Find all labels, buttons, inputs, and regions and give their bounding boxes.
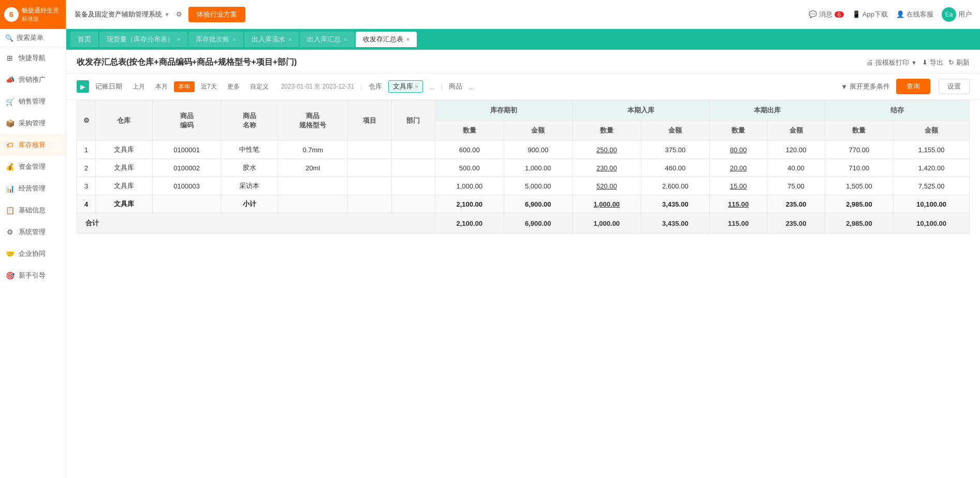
sidebar-label-operation: 经营管理: [19, 184, 46, 193]
date-btn-本年[interactable]: 本年: [174, 81, 195, 92]
settings-button[interactable]: 设置: [939, 79, 970, 94]
footer-bal-qty: 2,985.00: [825, 213, 894, 234]
sidebar-label-finance: 资金管理: [19, 162, 46, 171]
system-selector[interactable]: 装备及固定资产辅助管理系统 ▼: [75, 10, 170, 19]
filter-expand-button[interactable]: ▶: [77, 80, 89, 93]
guide-icon: 🎯: [5, 271, 14, 280]
query-button[interactable]: 查询: [896, 79, 930, 94]
goods-more[interactable]: ...: [469, 83, 474, 91]
tab-close-stock-dist[interactable]: ×: [177, 36, 180, 42]
tab-close-flow[interactable]: ×: [288, 36, 291, 42]
out-amt-header: 金额: [767, 121, 825, 141]
footer-in-qty: 1,000.00: [573, 213, 641, 234]
date-btn-本月[interactable]: 本月: [151, 81, 172, 92]
tab-recv-send[interactable]: 收发存汇总表×: [356, 32, 417, 47]
export-button[interactable]: ⬇ 导出: [922, 58, 943, 67]
tab-batch[interactable]: 库存批次账×: [188, 32, 243, 47]
online-service-action[interactable]: 👤 在线客服: [896, 10, 933, 19]
message-action[interactable]: 💬 消息 6: [809, 10, 844, 19]
row-out-amt: 40.00: [767, 159, 825, 177]
sidebar-item-marketing[interactable]: 📣营销推广: [0, 69, 66, 91]
settings-col-header[interactable]: ⚙: [77, 100, 96, 141]
warehouse-filter-label: 仓库: [369, 82, 382, 91]
tab-close-recv-send[interactable]: ×: [406, 36, 409, 42]
out-group-header: 本期出库: [710, 100, 825, 121]
sidebar-item-quick-nav[interactable]: ⊞快捷导航: [0, 47, 66, 69]
refresh-button[interactable]: ↻ 刷新: [948, 58, 970, 67]
sidebar-item-operation[interactable]: 📊经营管理: [0, 178, 66, 199]
row-in-qty[interactable]: 230.00: [573, 159, 641, 177]
table-container: ⚙ 仓库 商品编码 商品名称 商品规格型号 项目 部门 库存期初 本期入库 本期…: [66, 100, 980, 234]
user-icon: Ea: [942, 7, 956, 22]
warehouse-more[interactable]: ...: [429, 83, 435, 91]
code-col-header: 商品编码: [152, 100, 221, 141]
enterprise-icon: 🤝: [5, 249, 14, 258]
row-out-qty[interactable]: 80.00: [710, 141, 767, 159]
sidebar-nav: ⊞快捷导航📣营销推广🛒销售管理📦采购管理🏷库存核算💰资金管理📊经营管理📋基础信息…: [0, 47, 66, 286]
footer-open-qty: 2,100.00: [435, 213, 504, 234]
spec-col-header: 商品规格型号: [278, 100, 348, 141]
row-code: [152, 195, 221, 213]
sidebar-item-finance[interactable]: 💰资金管理: [0, 156, 66, 178]
sidebar-item-system[interactable]: ⚙系统管理: [0, 221, 66, 243]
settings-icon[interactable]: ⚙: [176, 10, 182, 18]
footer-out-amt: 235.00: [767, 213, 825, 234]
tab-label-stock-dist: 现货量（库存分布表）: [107, 35, 174, 44]
opening-amt-header: 金额: [504, 121, 573, 141]
sidebar-label-inventory: 库存核算: [19, 140, 46, 150]
page-actions: 🖨 按模板打印 ▼ ⬇ 导出 ↻ 刷新: [867, 58, 970, 67]
date-btn-近7天[interactable]: 近7天: [197, 81, 221, 92]
sidebar-item-inventory[interactable]: 🏷库存核算: [0, 134, 66, 156]
user-action[interactable]: Ea 用户: [942, 7, 972, 22]
sidebar-item-purchase[interactable]: 📦采购管理: [0, 112, 66, 134]
search-menu[interactable]: 🔍 搜索菜单: [0, 29, 66, 47]
tab-stock-dist[interactable]: 现货量（库存分布表）×: [99, 32, 187, 47]
row-open-qty: 1,000.00: [435, 177, 504, 195]
row-in-qty[interactable]: 520.00: [573, 177, 641, 195]
date-btn-更多[interactable]: 更多: [223, 81, 244, 92]
row-in-qty[interactable]: 1,000.00: [573, 195, 641, 213]
sidebar-item-enterprise[interactable]: 🤝企业协同: [0, 243, 66, 265]
print-button[interactable]: 🖨 按模板打印 ▼: [867, 58, 917, 67]
logo-icon: 6: [4, 7, 19, 22]
row-bal-amt: 10,100.00: [894, 195, 970, 213]
in-group-header: 本期入库: [573, 100, 710, 121]
date-btn-上月[interactable]: 上月: [128, 81, 149, 92]
row-out-qty[interactable]: 15.00: [710, 177, 767, 195]
row-no: 1: [77, 141, 96, 159]
tab-close-batch[interactable]: ×: [232, 36, 236, 42]
sidebar-item-basic[interactable]: 📋基础信息: [0, 199, 66, 221]
row-warehouse: 文具库: [96, 141, 153, 159]
phone-icon: 📱: [852, 10, 860, 18]
warehouse-tag-close[interactable]: ×: [415, 83, 418, 90]
row-open-amt: 900.00: [504, 141, 573, 159]
header-right: 💬 消息 6 📱 App下载 👤 在线客服 Ea 用户: [809, 7, 972, 22]
tab-close-summary[interactable]: ×: [344, 36, 347, 42]
row-bal-qty: 1,505.00: [825, 177, 894, 195]
warehouse-tag[interactable]: 文具库 ×: [388, 80, 423, 93]
trial-button[interactable]: 体验行业方案: [188, 7, 245, 22]
tab-label-home: 首页: [78, 35, 91, 44]
row-in-qty[interactable]: 250.00: [573, 141, 641, 159]
tab-summary[interactable]: 出入库汇总×: [300, 32, 354, 47]
row-no: 4: [77, 195, 96, 213]
row-code: 0100003: [152, 177, 221, 195]
row-open-amt: 6,900.00: [504, 195, 573, 213]
sidebar-item-sales[interactable]: 🛒销售管理: [0, 91, 66, 112]
date-filter-label: 记账日期: [95, 82, 122, 91]
refresh-icon: ↻: [948, 59, 954, 66]
row-warehouse: 文具库: [96, 159, 153, 177]
row-out-qty[interactable]: 20.00: [710, 159, 767, 177]
tab-flow[interactable]: 出入库流水×: [244, 32, 299, 47]
opening-group-header: 库存期初: [435, 100, 572, 121]
row-out-qty[interactable]: 115.00: [710, 195, 767, 213]
tab-home[interactable]: 首页: [70, 32, 98, 47]
expand-more-button[interactable]: ▼ 展开更多条件: [841, 82, 890, 91]
app-download-action[interactable]: 📱 App下载: [852, 10, 888, 19]
sidebar: 6 畅捷通好生意 标准版 🔍 搜索菜单 ⊞快捷导航📣营销推广🛒销售管理📦采购管理…: [0, 0, 66, 478]
sidebar-label-marketing: 营销推广: [19, 75, 46, 84]
date-btn-自定义[interactable]: 自定义: [246, 81, 273, 92]
sidebar-item-guide[interactable]: 🎯新手引导: [0, 265, 66, 286]
system-title: 装备及固定资产辅助管理系统: [75, 10, 162, 19]
logo-text: 畅捷通好生意 标准版: [22, 7, 59, 22]
